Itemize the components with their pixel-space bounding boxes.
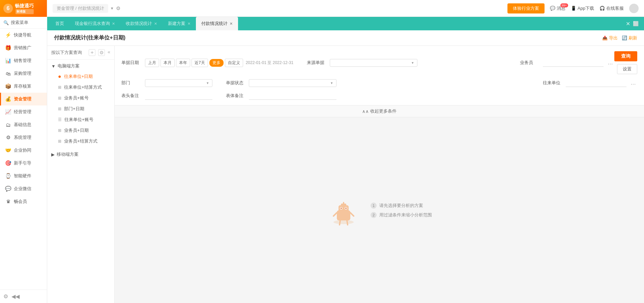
sidebar-item-vip[interactable]: ♛ 畅会员 bbox=[0, 195, 47, 208]
add-scheme-icon[interactable]: + bbox=[89, 49, 95, 56]
breadcrumb: 资金管理 / 付款情况统计 bbox=[53, 4, 108, 13]
sidebar-item-enterprise[interactable]: 🤝 企业协同 bbox=[0, 144, 47, 157]
trial-button[interactable]: 体验行业方案 bbox=[507, 3, 545, 13]
table-body-notes-label: 表体备注 bbox=[226, 93, 246, 99]
message-btn[interactable]: 💬 消息 99+ bbox=[550, 5, 565, 11]
scheme-item-staff-settle[interactable]: ⊞ 业务员+结算方式 bbox=[47, 136, 114, 147]
collapse-sidebar-icon[interactable]: ◀◀ bbox=[11, 293, 20, 300]
scheme-item-partner-settle[interactable]: ⊞ 往来单位+结算方式 bbox=[47, 82, 114, 93]
inventory-icon: 📦 bbox=[5, 83, 11, 89]
query-button[interactable]: 查询 bbox=[614, 51, 637, 61]
scheme-item-staff-account[interactable]: ⊞ 业务员+账号 bbox=[47, 93, 114, 103]
scheme-item-partner-date[interactable]: ● 往来单位+日期 bbox=[47, 71, 114, 82]
tip-text-1: 请先选择要分析的方案 bbox=[379, 203, 423, 209]
table-head-notes-input[interactable] bbox=[145, 92, 212, 100]
sidebar-item-purchase[interactable]: 🛍 采购管理 bbox=[0, 67, 47, 80]
scheme-grid-icon: ⊞ bbox=[58, 139, 61, 144]
sidebar-item-system[interactable]: ⚙ 系统管理 bbox=[0, 131, 47, 144]
sidebar-item-quick-nav[interactable]: ⚡ 快捷导航 bbox=[0, 29, 47, 41]
topbar-settings-icon[interactable]: ⚙ bbox=[116, 5, 120, 11]
date-btn-last-month[interactable]: 上月 bbox=[145, 59, 159, 67]
sidebar-item-hardware[interactable]: ⌚ 智能硬件 bbox=[0, 170, 47, 182]
maximize-window-icon[interactable]: ⬜ bbox=[633, 21, 639, 26]
staff-input[interactable] bbox=[543, 59, 604, 67]
doc-status-select[interactable]: ▾ bbox=[249, 79, 336, 87]
scheme-item-dept-date[interactable]: ⊞ 部门+日期 bbox=[47, 103, 114, 114]
partner-dots-icon[interactable]: … bbox=[629, 80, 637, 86]
sidebar-item-finance[interactable]: 💰 资金管理 bbox=[0, 93, 47, 105]
app-header: 6 畅捷通巧 标准版 bbox=[0, 0, 47, 17]
sidebar-item-inventory[interactable]: 📦 库存核算 bbox=[0, 80, 47, 93]
tab-payment-stats[interactable]: 付款情况统计 ✕ bbox=[196, 17, 238, 30]
tab-payment-stats-label: 付款情况统计 bbox=[201, 21, 228, 27]
tabs-window-controls: ✕ ⬜ bbox=[626, 21, 641, 27]
mobile-section-header[interactable]: ▶ 移动端方案 bbox=[47, 149, 114, 159]
sidebar-item-label: 经营管理 bbox=[14, 109, 31, 115]
sidebar-item-basic-info[interactable]: 🗂 基础信息 bbox=[0, 118, 47, 131]
settings-icon[interactable]: ⚙ bbox=[3, 293, 8, 300]
source-doc-label: 来源单据 bbox=[307, 60, 327, 66]
sidebar-item-operation[interactable]: 📈 经营管理 bbox=[0, 105, 47, 118]
hardware-icon: ⌚ bbox=[5, 173, 11, 179]
sidebar-item-marketing[interactable]: 🎁 营销推广 bbox=[0, 41, 47, 54]
sales-icon: 📊 bbox=[5, 58, 11, 64]
partner-label: 往来单位 bbox=[543, 80, 563, 86]
dept-select[interactable]: ▾ bbox=[145, 79, 212, 87]
scheme-item-staff-date[interactable]: ⊞ 业务员+日期 bbox=[47, 125, 114, 136]
source-doc-arrow-icon: ▾ bbox=[412, 61, 414, 65]
page-content: 付款情况统计(往来单位+日期) 📤 导出 🔄 刷新 按以下方案查询 + bbox=[47, 30, 644, 303]
tab-receipt-stats-close[interactable]: ✕ bbox=[154, 22, 157, 26]
tab-home[interactable]: 首页 bbox=[50, 17, 69, 30]
staff-dots-icon[interactable]: … bbox=[606, 60, 614, 66]
tab-receipt-stats[interactable]: 收款情况统计 ✕ bbox=[120, 17, 163, 30]
app-download-label: App下载 bbox=[578, 5, 594, 11]
filter-right-actions: 查询 设置 bbox=[614, 51, 637, 74]
scheme-item-partner-account[interactable]: ☰ 往来单位+账号 bbox=[47, 114, 114, 125]
left-panel: 按以下方案查询 + ⚙ « ▼ 电脑端方案 ● 往来单位+日期 bbox=[47, 46, 115, 303]
sidebar-item-label: 资金管理 bbox=[14, 96, 31, 102]
user-avatar[interactable] bbox=[629, 4, 639, 13]
date-btn-7days[interactable]: 近7天 bbox=[192, 59, 208, 67]
date-btn-this-year[interactable]: 本年 bbox=[176, 59, 190, 67]
export-button[interactable]: 📤 导出 bbox=[602, 35, 618, 41]
tab-bank-flow[interactable]: 现金银行流水查询 ✕ bbox=[69, 17, 120, 30]
tab-payment-stats-close[interactable]: ✕ bbox=[230, 22, 233, 26]
partner-input[interactable] bbox=[566, 79, 626, 87]
collapse-bar[interactable]: ∧∧ 收起更多条件 bbox=[115, 105, 644, 117]
date-range-display: 2022-01-01 至 2022-12-31 bbox=[246, 60, 293, 66]
sidebar-item-label: 新手引导 bbox=[14, 160, 31, 166]
sidebar-item-wechat[interactable]: 💬 企业微信 bbox=[0, 182, 47, 195]
date-btn-this-month[interactable]: 本月 bbox=[160, 59, 175, 67]
tab-new-scheme[interactable]: 新建方案 ✕ bbox=[163, 17, 196, 30]
date-btn-custom[interactable]: 自定义 bbox=[225, 59, 243, 67]
sidebar-item-sales[interactable]: 📊 销售管理 bbox=[0, 54, 47, 67]
search-menu-label: 搜索菜单 bbox=[11, 20, 28, 26]
refresh-button[interactable]: 🔄 刷新 bbox=[622, 35, 637, 41]
section-label: 电脑端方案 bbox=[58, 63, 80, 69]
tab-new-scheme-close[interactable]: ✕ bbox=[187, 22, 191, 26]
search-menu[interactable]: 🔍 搜索菜单 bbox=[0, 17, 47, 29]
sidebar-item-label: 畅会员 bbox=[14, 199, 27, 205]
table-body-notes-input[interactable] bbox=[249, 92, 336, 100]
scheme-item-label: 往来单位+结算方式 bbox=[64, 84, 102, 90]
settings-button[interactable]: 设置 bbox=[617, 64, 637, 74]
scheme-settings-icon[interactable]: ⚙ bbox=[98, 49, 105, 56]
dropdown-arrow-icon[interactable]: ▾ bbox=[111, 6, 113, 11]
sidebar-item-guide[interactable]: 🎯 新手引导 bbox=[0, 157, 47, 170]
source-doc-select[interactable]: ▾ bbox=[330, 59, 417, 67]
active-scheme-icon: ● bbox=[58, 73, 61, 80]
scheme-grid-icon: ⊞ bbox=[58, 96, 61, 100]
filter-row-1: 单据日期 上月 本月 本年 近7天 更多 自定义 2022-01-01 至 20… bbox=[121, 51, 637, 74]
panel-collapse-icon[interactable]: « bbox=[108, 49, 110, 56]
scheme-grid-icon: ⊞ bbox=[58, 128, 61, 133]
close-window-icon[interactable]: ✕ bbox=[626, 21, 630, 27]
doc-status-label: 单据状态 bbox=[226, 80, 246, 86]
desktop-section-header[interactable]: ▼ 电脑端方案 bbox=[47, 61, 114, 71]
download-icon: 📱 bbox=[571, 6, 576, 11]
tab-bank-flow-close[interactable]: ✕ bbox=[112, 22, 115, 26]
online-service-btn[interactable]: 🎧 在线客服 bbox=[599, 5, 624, 11]
date-btn-more[interactable]: 更多 bbox=[209, 59, 224, 67]
app-logo: 6 bbox=[3, 4, 13, 13]
app-download-btn[interactable]: 📱 App下载 bbox=[571, 5, 594, 11]
tab-receipt-stats-label: 收款情况统计 bbox=[126, 21, 152, 27]
